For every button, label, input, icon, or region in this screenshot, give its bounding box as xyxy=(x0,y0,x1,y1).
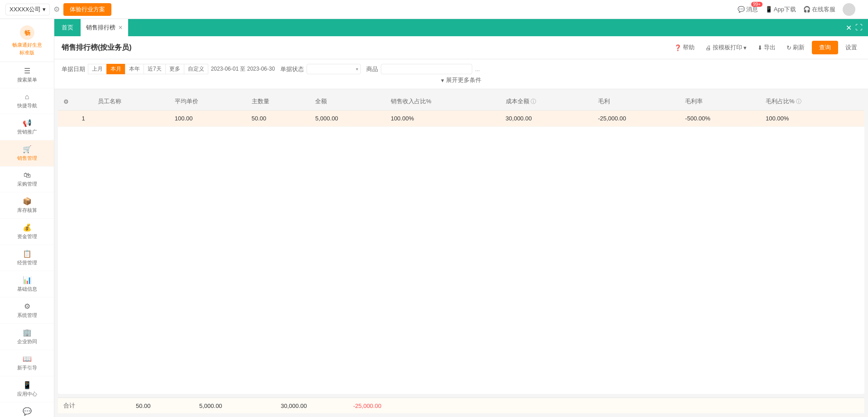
sidebar-item-operations[interactable]: 📋 经营管理 xyxy=(0,245,54,271)
date-filter: 单据日期 上月 本月 本年 近7天 更多 自定义 2023-06-01 至 20… xyxy=(62,64,275,74)
sidebar-label-basic: 基础信息 xyxy=(17,286,37,292)
sidebar-item-wechat[interactable]: 💬 企业微信 xyxy=(0,403,54,417)
help-button[interactable]: ❓ 帮助 xyxy=(671,42,698,53)
inventory-icon: 📦 xyxy=(23,197,32,206)
expand-label: 展开更多条件 xyxy=(446,76,481,84)
sidebar-label-guide: 新手引导 xyxy=(17,364,37,371)
tab-close-window-button[interactable]: ✕ xyxy=(846,24,852,32)
col-rank xyxy=(74,93,92,110)
tab-home[interactable]: 首页 xyxy=(54,19,81,36)
page-header: 销售排行榜(按业务员) ❓ 帮助 🖨 按模板打印 ▾ ⬇ 导出 xyxy=(54,36,868,59)
home-icon: ⌂ xyxy=(25,93,29,101)
top-bar: XXXXX公司 ▾ ⚙ 体验行业方案 💬 消息 99+ 📱 App下载 🎧 在线… xyxy=(0,0,868,19)
settings-label: 设置 xyxy=(845,43,857,52)
date-tab-7days[interactable]: 近7天 xyxy=(144,64,165,74)
print-label: 按模板打印 xyxy=(713,43,742,52)
avatar[interactable] xyxy=(843,3,855,16)
company-name: XXXXX公司 xyxy=(10,5,41,14)
refresh-button[interactable]: ↻ 刷新 xyxy=(783,42,808,53)
message-icon: 💬 xyxy=(738,6,745,13)
column-settings-icon[interactable]: ⚙ xyxy=(63,98,69,105)
query-button[interactable]: 查询 xyxy=(812,41,838,54)
purchase-icon: 🛍 xyxy=(24,171,31,179)
table-body: 1 100.00 50.00 5,000.00 100.00% 30,000.0… xyxy=(58,110,864,127)
sidebar-item-guide[interactable]: 📖 新手引导 xyxy=(0,350,54,376)
sidebar-item-sales[interactable]: 🛒 销售管理 xyxy=(0,140,54,167)
date-tab-last-month[interactable]: 上月 xyxy=(88,64,106,74)
row-rank: 1 xyxy=(74,110,92,127)
goods-label: 商品 xyxy=(366,65,378,73)
online-service-button[interactable]: 🎧 在线客服 xyxy=(803,5,835,14)
company-selector[interactable]: XXXXX公司 ▾ xyxy=(5,4,50,15)
print-template-button[interactable]: 🖨 按模板打印 ▾ xyxy=(702,42,750,53)
tab-label-sales-rank: 销售排行榜 xyxy=(86,24,115,32)
settings-button[interactable]: 设置 xyxy=(842,42,861,53)
row-sales-pct: 100.00% xyxy=(385,110,500,127)
app-download-label: App下载 xyxy=(774,5,796,14)
sidebar-label-purchase: 采购管理 xyxy=(17,181,37,187)
export-button[interactable]: ⬇ 导出 xyxy=(754,42,779,53)
export-label: 导出 xyxy=(764,43,776,52)
row-profit-rate: -500.00% xyxy=(680,110,760,127)
sidebar-item-app-center[interactable]: 📱 应用中心 xyxy=(0,376,54,403)
date-range: 2023-06-01 至 2023-06-30 xyxy=(211,65,275,73)
profit-pct-info-icon[interactable]: ⓘ xyxy=(796,98,801,105)
chevron-down-icon: ▾ xyxy=(441,77,444,84)
status-select[interactable] xyxy=(307,64,361,74)
enterprise-icon: 🏢 xyxy=(23,328,32,337)
expand-more-button[interactable]: ▾ 展开更多条件 xyxy=(441,76,481,84)
cost-info-icon[interactable]: ⓘ xyxy=(531,98,536,105)
tab-bar: 首页 销售排行榜 ✕ ✕ ⛶ xyxy=(54,19,868,36)
footer-amount: 5,000.00 xyxy=(199,403,245,409)
tab-sales-rank[interactable]: 销售排行榜 ✕ xyxy=(81,19,128,36)
sidebar-item-system[interactable]: ⚙ 系统管理 xyxy=(0,297,54,324)
date-tab-custom[interactable]: 自定义 xyxy=(184,64,208,74)
goods-input[interactable] xyxy=(381,64,472,74)
date-label: 单据日期 xyxy=(62,65,85,73)
sidebar-item-purchase[interactable]: 🛍 采购管理 xyxy=(0,167,54,192)
gear-icon[interactable]: ⚙ xyxy=(53,5,60,14)
wechat-icon: 💬 xyxy=(23,407,32,416)
basic-info-icon: 📊 xyxy=(23,276,32,284)
sidebar-item-basic-info[interactable]: 📊 基础信息 xyxy=(0,271,54,297)
headset-icon: 🎧 xyxy=(803,6,810,13)
help-icon: ❓ xyxy=(674,44,681,51)
sidebar-item-inventory[interactable]: 📦 库存核算 xyxy=(0,192,54,219)
sidebar-item-marketing[interactable]: 📢 营销推广 xyxy=(0,114,54,140)
svg-text:畅: 畅 xyxy=(24,29,30,36)
col-settings: ⚙ xyxy=(58,93,74,110)
sidebar-item-quick-nav[interactable]: ⌂ 快捷导航 xyxy=(0,88,54,114)
col-cost: 成本全额 ⓘ xyxy=(500,93,593,110)
refresh-label: 刷新 xyxy=(793,43,805,52)
expand-row: ▾ 展开更多条件 xyxy=(62,74,861,84)
sidebar-label-enterprise: 企业协同 xyxy=(17,338,37,345)
goods-more-icon[interactable]: ... xyxy=(475,66,480,72)
data-table-container: ⚙ 员工名称 平均单价 主数量 xyxy=(58,93,864,394)
sidebar-item-search-order[interactable]: ☰ 搜索菜单 xyxy=(0,62,54,88)
date-tab-this-year[interactable]: 本年 xyxy=(125,64,144,74)
app-download-button[interactable]: 📱 App下载 xyxy=(765,5,796,14)
footer-profit: -25,000.00 xyxy=(353,403,398,409)
online-service-label: 在线客服 xyxy=(812,5,835,14)
operations-icon: 📋 xyxy=(23,249,32,258)
row-profit: -25,000.00 xyxy=(593,110,680,127)
guide-icon: 📖 xyxy=(23,355,32,363)
table-row: 1 100.00 50.00 5,000.00 100.00% 30,000.0… xyxy=(58,110,864,127)
footer-cost: 30,000.00 xyxy=(281,403,326,409)
phone-icon: 📱 xyxy=(765,6,772,13)
row-profit-pct: 100.00% xyxy=(760,110,864,127)
sidebar-item-enterprise[interactable]: 🏢 企业协同 xyxy=(0,324,54,350)
tab-restore-button[interactable]: ⛶ xyxy=(855,24,863,32)
export-icon: ⬇ xyxy=(758,44,762,51)
logo-main-text: 畅康通好生意 xyxy=(12,42,42,48)
trial-button[interactable]: 体验行业方案 xyxy=(63,3,111,16)
col-avg-price: 平均单价 xyxy=(169,93,246,110)
chevron-down-icon: ▾ xyxy=(43,6,46,13)
logo-icon: 畅 xyxy=(19,24,35,41)
date-tab-more[interactable]: 更多 xyxy=(165,64,184,74)
sidebar-item-finance[interactable]: 💰 资金管理 xyxy=(0,219,54,245)
top-bar-right: 💬 消息 99+ 📱 App下载 🎧 在线客服 xyxy=(738,3,863,16)
message-button[interactable]: 💬 消息 99+ xyxy=(738,5,758,14)
tab-close-icon[interactable]: ✕ xyxy=(118,24,123,31)
date-tab-this-month[interactable]: 本月 xyxy=(106,64,125,74)
